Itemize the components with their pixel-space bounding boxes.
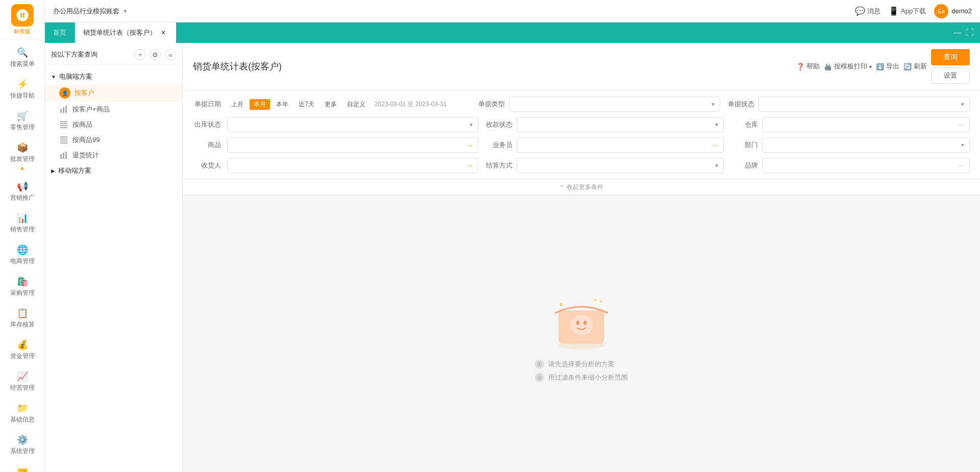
order-type-label: 单据类型 bbox=[477, 100, 505, 109]
export-label: 导出 bbox=[886, 62, 899, 71]
svg-rect-7 bbox=[60, 136, 67, 137]
sidebar-item-enterprise[interactable]: 🤝 企业协同 bbox=[0, 461, 44, 472]
tab-home[interactable]: 首页 bbox=[45, 22, 75, 43]
sidebar-item-system[interactable]: ⚙️ 系统管理 bbox=[0, 429, 44, 461]
warehouse-select[interactable]: ··· bbox=[762, 117, 970, 132]
tip-text-1: 请先选择要分析的方案 bbox=[548, 360, 615, 369]
refresh-button[interactable]: 🔄 刷新 bbox=[903, 62, 927, 71]
sidebar-item-marketing[interactable]: 📢 营销推广 bbox=[0, 176, 44, 207]
table-icon-1 bbox=[59, 120, 68, 129]
tree-item-by-customer[interactable]: 👤 按客户 bbox=[45, 84, 182, 102]
sidebar-item-basics[interactable]: 📁 基础信息 bbox=[0, 397, 44, 429]
order-type-section: 单据类型 ▾ bbox=[477, 97, 720, 112]
tab-minimize-icon[interactable]: — bbox=[953, 28, 962, 37]
collapse-up-icon: ⌃ bbox=[559, 184, 565, 191]
svg-rect-11 bbox=[60, 154, 62, 159]
sidebar-item-quick-nav[interactable]: ⚡ 快捷导航 bbox=[0, 74, 44, 105]
ecommerce-icon: 🌐 bbox=[17, 244, 28, 255]
sidebar-item-sales[interactable]: 📊 销售管理 bbox=[0, 207, 44, 239]
app-download-button[interactable]: 📱 App下载 bbox=[889, 6, 926, 16]
logo-area: 标推版 bbox=[0, 0, 44, 40]
salesperson-section: 业务员 ··· bbox=[484, 137, 724, 153]
sidebar-item-purchase[interactable]: 🛍️ 采购管理 bbox=[0, 271, 44, 302]
date-chip-last-month[interactable]: 上月 bbox=[227, 99, 248, 110]
message-button[interactable]: 💬 消息 bbox=[855, 6, 880, 16]
receiver-select[interactable]: ··· bbox=[227, 158, 478, 173]
query-button[interactable]: 查询 bbox=[931, 49, 970, 65]
salesperson-select[interactable]: ··· bbox=[517, 137, 724, 153]
tree-item-by-product-99[interactable]: 按商品99 bbox=[45, 132, 182, 148]
tip-num-1: ① bbox=[535, 360, 544, 369]
settlement-select[interactable]: ▾ bbox=[517, 158, 724, 173]
print-button[interactable]: 🖨️ 按模板打印 ▾ bbox=[824, 62, 872, 71]
enterprise-icon: 🤝 bbox=[17, 466, 28, 472]
sidebar-item-finance[interactable]: 💰 资金管理 bbox=[0, 334, 44, 366]
tree-item-return-stats[interactable]: 退货统计 bbox=[45, 148, 182, 163]
sidebar-item-wholesale[interactable]: 📦 批发管理 ▲ bbox=[0, 137, 44, 176]
product-select[interactable]: ··· bbox=[227, 137, 478, 153]
sidebar-item-inventory[interactable]: 📋 库存核算 bbox=[0, 302, 44, 334]
tabbar: 首页 销货单统计表（按客户） ✕ — ⛶ bbox=[45, 22, 980, 43]
order-type-select[interactable]: ▾ bbox=[509, 97, 720, 112]
department-select[interactable]: ▾ bbox=[762, 137, 970, 153]
tab-sales-stat[interactable]: 销货单统计表（按客户） ✕ bbox=[75, 22, 176, 43]
date-range: 2023-03-01 至 2023-03-31 bbox=[375, 100, 447, 109]
sidebar-item-operations[interactable]: 📈 经营管理 bbox=[0, 366, 44, 397]
svg-rect-1 bbox=[63, 107, 64, 113]
avatar: Ea bbox=[934, 4, 948, 18]
dropdown-arrow-icon[interactable]: ▾ bbox=[124, 7, 127, 15]
print-label: 按模板打印 bbox=[834, 62, 867, 71]
tree-item-by-customer-product[interactable]: 按客户+商品 bbox=[45, 102, 182, 117]
add-scheme-button[interactable]: ＋ bbox=[134, 49, 145, 60]
empty-tip-2: ② 用过滤条件来缩小分析范围 bbox=[535, 373, 628, 382]
sidebar-item-quick-nav-label: 快捷导航 bbox=[10, 91, 35, 100]
pay-status-select[interactable]: ▾ bbox=[517, 117, 724, 132]
date-chip-custom[interactable]: 自定义 bbox=[343, 99, 370, 110]
date-chip-this-month[interactable]: 本月 bbox=[250, 99, 270, 110]
sidebar-item-inventory-label: 库存核算 bbox=[10, 320, 35, 329]
tree-item-by-product[interactable]: 按商品 bbox=[45, 117, 182, 132]
receiver-label: 收货人 bbox=[193, 161, 221, 170]
svg-point-17 bbox=[576, 321, 579, 325]
logo-icon[interactable] bbox=[11, 4, 34, 27]
order-status-select[interactable]: ▾ bbox=[758, 97, 970, 112]
filter-inline-salesperson: 业务员 ··· bbox=[484, 137, 724, 153]
topbar: 办公用品行业模拟账套 ▾ 💬 消息 📱 App下载 Ea demo2 bbox=[45, 0, 980, 22]
mobile-group-header[interactable]: ▶ 移动端方案 bbox=[45, 163, 182, 178]
main-area: 办公用品行业模拟账套 ▾ 💬 消息 📱 App下载 Ea demo2 首页 bbox=[45, 0, 980, 472]
tab-maximize-icon[interactable]: ⛶ bbox=[966, 28, 974, 37]
page-header: 销货单统计表(按客户) ❓ 帮助 🖨️ 按模板打印 ▾ ⬇️ 导出 bbox=[183, 43, 980, 90]
tree-item-by-product-99-label: 按商品99 bbox=[72, 135, 100, 145]
collapse-panel-button[interactable]: « bbox=[165, 49, 176, 60]
desktop-group: ▼ 电脑端方案 👤 按客户 按客户+商品 bbox=[45, 69, 182, 163]
sidebar-item-search[interactable]: 🔍 搜索菜单 bbox=[0, 42, 44, 74]
pay-status-section: 收款状态 ▾ bbox=[484, 117, 724, 132]
sidebar-item-retail[interactable]: 🛒 零售管理 bbox=[0, 105, 44, 137]
date-chip-this-year[interactable]: 本年 bbox=[272, 99, 292, 110]
user-name: demo2 bbox=[951, 7, 972, 15]
filter-row-4: 收货人 ··· 结算方式 ▾ bbox=[193, 158, 970, 173]
desktop-group-header[interactable]: ▼ 电脑端方案 bbox=[45, 69, 182, 84]
sidebar-item-ecommerce[interactable]: 🌐 电商管理 bbox=[0, 239, 44, 271]
warehouse-section: 仓库 ··· bbox=[730, 117, 970, 132]
export-button[interactable]: ⬇️ 导出 bbox=[876, 62, 899, 71]
sidebar-item-wholesale-label: 批发管理 bbox=[10, 155, 35, 163]
help-button[interactable]: ❓ 帮助 bbox=[796, 62, 820, 71]
ship-status-select[interactable]: ▾ bbox=[227, 117, 478, 132]
sidebar-item-purchase-label: 采购管理 bbox=[10, 289, 35, 297]
settings-button[interactable]: 设置 bbox=[931, 67, 970, 84]
date-chip-last-7-days[interactable]: 近7天 bbox=[295, 99, 318, 110]
date-chip-more[interactable]: 更多 bbox=[321, 99, 341, 110]
ship-status-label: 出库状态 bbox=[193, 120, 221, 129]
settings-scheme-button[interactable]: ⚙ bbox=[150, 49, 161, 60]
collapse-bar[interactable]: ⌃ 收起更多条件 bbox=[183, 180, 980, 195]
svg-rect-8 bbox=[60, 138, 67, 139]
active-indicator: 👤 bbox=[59, 87, 70, 99]
user-area[interactable]: Ea demo2 bbox=[934, 4, 972, 18]
tip-text-2: 用过滤条件来缩小分析范围 bbox=[548, 373, 628, 382]
basics-icon: 📁 bbox=[17, 403, 28, 414]
app-title: 办公用品行业模拟账套 bbox=[53, 7, 119, 16]
tab-close-icon[interactable]: ✕ bbox=[159, 29, 167, 37]
warehouse-label: 仓库 bbox=[730, 120, 758, 129]
brand-select[interactable]: ··· bbox=[762, 158, 970, 173]
